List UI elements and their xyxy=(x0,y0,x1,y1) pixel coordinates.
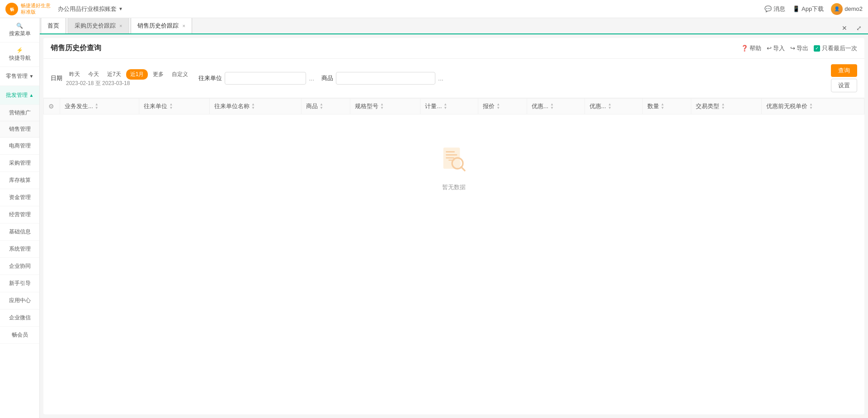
partner-lookup-btn[interactable]: ... xyxy=(309,75,314,82)
partner-filter-group: 往来单位 ... xyxy=(198,72,314,85)
sidebar-item-purchase[interactable]: 采购管理 xyxy=(0,155,39,172)
sidebar-item-app-center[interactable]: 应用中心 xyxy=(0,292,39,309)
message-icon: 💬 xyxy=(764,5,772,12)
only-last-checkbox[interactable]: ✓ xyxy=(814,45,820,52)
col-discount2[interactable]: 优惠... ▲▼ xyxy=(585,99,642,114)
sidebar: 🔍 搜索菜单 ⚡ 快捷导航 零售管理 ▼ 批发管理 ▲ 营销推广 销售管理 电商… xyxy=(0,18,40,418)
help-action[interactable]: ❓ 帮助 xyxy=(741,44,761,52)
sidebar-item-vip[interactable]: 畅会员 xyxy=(0,327,39,344)
tab-close-purchase[interactable]: × xyxy=(119,23,122,28)
header-right: 💬 消息 📱 App下载 👤 demo2 xyxy=(764,3,863,15)
empty-illustration xyxy=(436,142,472,178)
col-discount1[interactable]: 优惠... ▲▼ xyxy=(527,99,585,114)
svg-point-7 xyxy=(454,160,461,167)
chevron-up-icon: ▲ xyxy=(29,93,34,98)
partner-label: 往来单位 xyxy=(198,74,222,82)
goods-lookup-btn[interactable]: ... xyxy=(438,75,443,82)
sidebar-item-quick-nav[interactable]: ⚡ 快捷导航 xyxy=(0,43,39,67)
date-buttons: 昨天 今天 近7天 近1月 更多 自定义 xyxy=(66,69,191,80)
logo-text: 畅捷通好生意 标准版 xyxy=(21,3,51,14)
tab-sales-history[interactable]: 销售历史价跟踪 × xyxy=(131,18,192,33)
page-container: 销售历史价查询 ❓ 帮助 ↩ 导入 ↪ 导出 ✓ xyxy=(43,38,864,414)
export-action[interactable]: ↪ 导出 xyxy=(790,44,808,52)
col-spec[interactable]: 规格型号 ▲▼ xyxy=(350,99,420,114)
content-area: 首页 采购历史价跟踪 × 销售历史价跟踪 × ✕ ⤢ 销售历史价查询 xyxy=(40,18,868,418)
date-btn-custom[interactable]: 自定义 xyxy=(169,69,191,80)
filter-actions: 查询 设置 xyxy=(831,64,857,92)
sidebar-item-retail-mgmt[interactable]: 零售管理 ▼ xyxy=(0,67,39,86)
svg-rect-4 xyxy=(446,154,457,156)
sidebar-item-operations[interactable]: 经营管理 xyxy=(0,206,39,223)
svg-rect-3 xyxy=(446,151,455,152)
goods-label: 商品 xyxy=(321,74,333,82)
nav-icon: ⚡ xyxy=(16,47,23,53)
sort-arrows: ▲▼ xyxy=(95,103,99,110)
sidebar-item-basic-info[interactable]: 基础信息 xyxy=(0,223,39,241)
chevron-down-icon: ▼ xyxy=(29,74,34,79)
sort-arrows-6: ▲▼ xyxy=(443,103,447,110)
col-biz-date[interactable]: 业务发生... ▲▼ xyxy=(60,99,139,114)
col-trade-type[interactable]: 交易类型 ▲▼ xyxy=(691,99,762,114)
date-btn-last7days[interactable]: 近7天 xyxy=(104,69,124,80)
partner-input[interactable] xyxy=(225,72,306,85)
column-settings-icon[interactable]: ⚙ xyxy=(48,103,54,110)
sort-arrows-11: ▲▼ xyxy=(721,103,725,110)
help-icon: ❓ xyxy=(741,45,748,52)
goods-input[interactable] xyxy=(336,72,435,85)
sort-arrows-12: ▲▼ xyxy=(809,103,813,110)
header-left: 畅 畅捷通好生意 标准版 办公用品行业模拟账套 ▼ xyxy=(5,3,127,15)
tab-bar-actions: ✕ ⤢ xyxy=(839,23,868,33)
page-title: 销售历史价查询 xyxy=(51,43,101,58)
col-quote[interactable]: 报价 ▲▼ xyxy=(478,99,527,114)
page-header: 销售历史价查询 ❓ 帮助 ↩ 导入 ↪ 导出 ✓ xyxy=(43,38,864,59)
sidebar-item-wholesale-mgmt[interactable]: 批发管理 ▲ xyxy=(0,86,39,105)
sidebar-item-sales-mgmt[interactable]: 销售管理 xyxy=(0,121,39,138)
maximize-tab-btn[interactable]: ⤢ xyxy=(854,23,864,33)
svg-rect-9 xyxy=(448,160,454,161)
user-profile-action[interactable]: 👤 demo2 xyxy=(831,3,863,15)
settings-button[interactable]: 设置 xyxy=(831,79,857,92)
date-btn-more[interactable]: 更多 xyxy=(150,69,167,80)
col-partner-code[interactable]: 往来单位 ▲▼ xyxy=(139,99,210,114)
query-button[interactable]: 查询 xyxy=(831,64,857,77)
tab-purchase-history[interactable]: 采购历史价跟踪 × xyxy=(68,18,129,33)
main-layout: 🔍 搜索菜单 ⚡ 快捷导航 零售管理 ▼ 批发管理 ▲ 营销推广 销售管理 电商… xyxy=(0,18,868,418)
filter-area: 日期 昨天 今天 近7天 近1月 更多 自定义 2023-02-18 至 202… xyxy=(43,59,864,98)
account-selector[interactable]: 办公用品行业模拟账套 ▼ xyxy=(54,3,127,15)
sidebar-item-finance[interactable]: 资金管理 xyxy=(0,189,39,206)
col-partner-name[interactable]: 往来单位名称 ▲▼ xyxy=(209,99,301,114)
app-download-action[interactable]: 📱 App下载 xyxy=(793,5,824,13)
goods-filter-group: 商品 ... xyxy=(321,72,443,85)
export-icon: ↪ xyxy=(790,45,795,52)
sidebar-item-new-guide[interactable]: 新手引导 xyxy=(0,275,39,292)
date-btn-last1month[interactable]: 近1月 xyxy=(126,69,148,80)
sidebar-item-ecommerce[interactable]: 电商管理 xyxy=(0,138,39,155)
date-filter-group: 日期 昨天 今天 近7天 近1月 更多 自定义 2023-02-18 至 202… xyxy=(51,69,191,87)
table-container[interactable]: ⚙ 业务发生... ▲▼ 往来单位 xyxy=(43,98,864,414)
avatar: 👤 xyxy=(831,3,843,15)
col-pre-tax-price[interactable]: 优惠前无税单价 ▲▼ xyxy=(761,99,864,114)
date-btn-today[interactable]: 今天 xyxy=(85,69,102,80)
col-goods[interactable]: 商品 ▲▼ xyxy=(302,99,350,114)
sort-arrows-5: ▲▼ xyxy=(380,103,384,110)
date-label: 日期 xyxy=(51,74,62,82)
sidebar-item-system[interactable]: 系统管理 xyxy=(0,241,39,258)
tab-close-sales[interactable]: × xyxy=(182,23,185,28)
close-tab-btn[interactable]: ✕ xyxy=(839,23,850,33)
page-header-actions: ❓ 帮助 ↩ 导入 ↪ 导出 ✓ 只看最后一次 xyxy=(741,44,857,58)
sidebar-item-enterprise-wechat[interactable]: 企业微信 xyxy=(0,309,39,327)
date-btn-yesterday[interactable]: 昨天 xyxy=(66,69,83,80)
import-action[interactable]: ↩ 导入 xyxy=(767,44,785,52)
sort-arrows-3: ▲▼ xyxy=(251,103,255,110)
tab-home[interactable]: 首页 xyxy=(41,18,66,33)
sidebar-item-enterprise-coop[interactable]: 企业协同 xyxy=(0,258,39,275)
col-quantity[interactable]: 数量 ▲▼ xyxy=(642,99,691,114)
col-unit[interactable]: 计量... ▲▼ xyxy=(420,99,478,114)
sidebar-item-marketing[interactable]: 营销推广 xyxy=(0,105,39,121)
sidebar-item-search-menu[interactable]: 🔍 搜索菜单 xyxy=(0,18,39,43)
table-header-row: ⚙ 业务发生... ▲▼ 往来单位 xyxy=(44,99,864,114)
only-last-checkbox-label[interactable]: ✓ 只看最后一次 xyxy=(814,44,857,52)
message-action[interactable]: 💬 消息 xyxy=(764,5,785,13)
sidebar-item-inventory[interactable]: 库存核算 xyxy=(0,172,39,189)
tab-bar: 首页 采购历史价跟踪 × 销售历史价跟踪 × ✕ ⤢ xyxy=(40,18,868,34)
